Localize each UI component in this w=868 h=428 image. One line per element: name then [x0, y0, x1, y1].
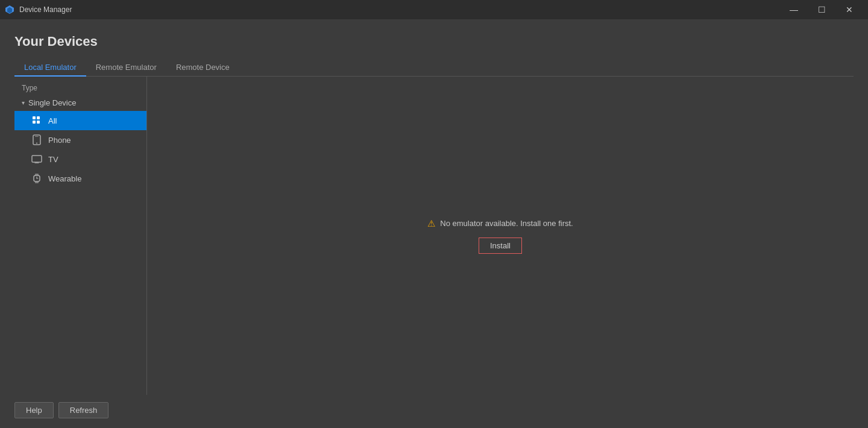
svg-rect-3: [37, 116, 40, 119]
main-container: Your Devices Local Emulator Remote Emula…: [0, 19, 868, 428]
svg-rect-9: [32, 156, 42, 162]
sidebar-item-phone[interactable]: Phone: [14, 130, 146, 149]
svg-point-7: [36, 143, 37, 144]
tab-remote-emulator[interactable]: Remote Emulator: [86, 59, 166, 77]
warning-icon: ⚠: [427, 218, 435, 229]
minimize-button[interactable]: —: [780, 0, 808, 19]
content-area: Type ▾ Single Device All: [14, 77, 854, 395]
bottom-bar: Help Refresh: [14, 395, 854, 428]
tab-local-emulator[interactable]: Local Emulator: [14, 59, 86, 77]
chevron-down-icon: ▾: [22, 99, 25, 106]
svg-rect-5: [37, 121, 40, 124]
sidebar-item-tv[interactable]: TV: [14, 149, 146, 169]
sidebar-item-tv-label: TV: [48, 155, 58, 164]
sidebar-item-phone-label: Phone: [48, 136, 71, 145]
window-controls: — ☐ ✕: [780, 0, 863, 19]
grid-icon: [31, 115, 42, 126]
sidebar-item-wearable-label: Wearable: [48, 174, 81, 183]
no-emulator-text: No emulator available. Install one first…: [440, 219, 573, 228]
sidebar-type-header: Type: [14, 79, 146, 95]
phone-icon: [31, 134, 42, 145]
no-emulator-message: ⚠ No emulator available. Install one fir…: [427, 218, 573, 254]
maximize-button[interactable]: ☐: [808, 0, 835, 19]
help-button[interactable]: Help: [14, 402, 54, 418]
install-button[interactable]: Install: [479, 238, 522, 254]
app-title: Device Manager: [19, 5, 72, 14]
svg-rect-2: [33, 116, 36, 119]
watch-icon: [31, 173, 42, 184]
tabs-bar: Local Emulator Remote Emulator Remote De…: [14, 59, 854, 77]
app-icon: [5, 5, 14, 14]
tab-remote-device[interactable]: Remote Device: [166, 59, 239, 77]
svg-rect-14: [35, 181, 39, 183]
main-panel: ⚠ No emulator available. Install one fir…: [147, 77, 854, 395]
sidebar-item-all[interactable]: All: [14, 111, 146, 130]
sidebar-section-label-text: Single Device: [28, 98, 77, 107]
close-button[interactable]: ✕: [835, 0, 863, 19]
page-title: Your Devices: [14, 34, 854, 49]
title-bar: Device Manager — ☐ ✕: [0, 0, 868, 19]
title-bar-left: Device Manager: [5, 5, 72, 14]
warning-text: ⚠ No emulator available. Install one fir…: [427, 218, 573, 229]
sidebar-item-wearable[interactable]: Wearable: [14, 169, 146, 188]
svg-rect-8: [35, 136, 39, 137]
svg-rect-4: [33, 121, 36, 124]
sidebar: Type ▾ Single Device All: [14, 77, 147, 395]
sidebar-section-single-device[interactable]: ▾ Single Device: [14, 95, 146, 111]
tv-icon: [31, 154, 42, 165]
refresh-button[interactable]: Refresh: [58, 402, 109, 418]
sidebar-item-all-label: All: [48, 116, 57, 125]
svg-rect-13: [35, 174, 39, 175]
